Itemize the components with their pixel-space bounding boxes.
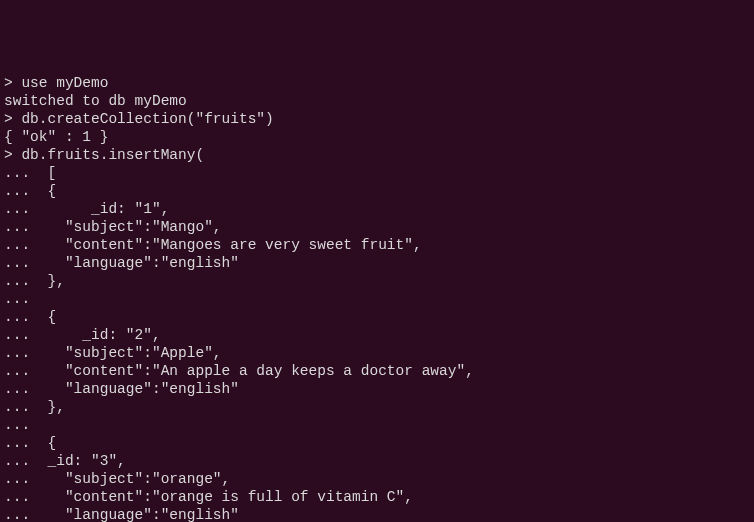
terminal-line: ... "content":"orange is full of vitamin… bbox=[4, 488, 750, 506]
terminal-line: ... _id: "1", bbox=[4, 200, 750, 218]
terminal-line: ... "subject":"Mango", bbox=[4, 218, 750, 236]
terminal-line: ... }, bbox=[4, 398, 750, 416]
terminal-line: ... { bbox=[4, 308, 750, 326]
terminal-line: ... _id: "2", bbox=[4, 326, 750, 344]
terminal-line: ... "language":"english" bbox=[4, 254, 750, 272]
terminal-line: switched to db myDemo bbox=[4, 92, 750, 110]
terminal-line: > use myDemo bbox=[4, 74, 750, 92]
terminal-line: ... "subject":"Apple", bbox=[4, 344, 750, 362]
terminal-line: ... _id: "3", bbox=[4, 452, 750, 470]
terminal-line: ... { bbox=[4, 182, 750, 200]
terminal-line: ... "subject":"orange", bbox=[4, 470, 750, 488]
terminal-line: ... "content":"Mangoes are very sweet fr… bbox=[4, 236, 750, 254]
terminal-window[interactable]: > use myDemoswitched to db myDemo> db.cr… bbox=[4, 74, 750, 522]
terminal-line: ... bbox=[4, 290, 750, 308]
terminal-line: ... "language":"english" bbox=[4, 380, 750, 398]
terminal-line: > db.createCollection("fruits") bbox=[4, 110, 750, 128]
terminal-line: ... { bbox=[4, 434, 750, 452]
terminal-line: { "ok" : 1 } bbox=[4, 128, 750, 146]
terminal-line: ... [ bbox=[4, 164, 750, 182]
terminal-line: ... bbox=[4, 416, 750, 434]
terminal-line: ... }, bbox=[4, 272, 750, 290]
terminal-line: ... "content":"An apple a day keeps a do… bbox=[4, 362, 750, 380]
terminal-line: > db.fruits.insertMany( bbox=[4, 146, 750, 164]
terminal-line: ... "language":"english" bbox=[4, 506, 750, 522]
